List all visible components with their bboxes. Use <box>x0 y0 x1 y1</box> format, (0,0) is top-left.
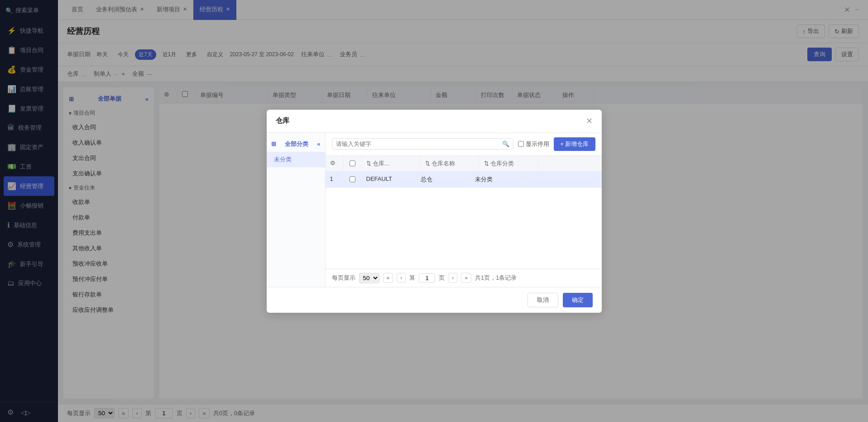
show-disabled-label: 显示停用 <box>526 140 549 148</box>
dialog-next-page-btn[interactable]: › <box>448 273 457 283</box>
modal-overlay: 仓库 ✕ ⊞ 全部分类 « 未分类 🔍 <box>0 0 868 422</box>
dialog-col-settings[interactable]: ⚙ <box>326 156 344 171</box>
dialog-per-page-select[interactable]: 50 <box>359 273 379 283</box>
dialog-title: 仓库 <box>276 116 289 125</box>
dialog-close-button[interactable]: ✕ <box>586 116 593 126</box>
dialog-page-input[interactable] <box>419 273 435 283</box>
dialog-first-page-btn[interactable]: « <box>383 273 393 283</box>
dialog-header: 仓库 ✕ <box>267 110 602 133</box>
dialog-toolbar: 🔍 显示停用 + 新增仓库 <box>326 133 602 156</box>
sort-icon-cat[interactable]: ⇅ <box>484 160 489 167</box>
dialog-col-checkbox[interactable] <box>344 156 362 171</box>
dialog-row-code: DEFAULT <box>362 172 416 187</box>
dialog-table-row[interactable]: 1 DEFAULT 总仓 未分类 <box>326 172 602 188</box>
dialog-col-name: ⇅ 仓库名称 <box>421 156 480 171</box>
cancel-button[interactable]: 取消 <box>528 293 558 307</box>
dialog-search-box: 🔍 <box>332 138 514 150</box>
dialog-col-code: ⇅ 仓库... <box>362 156 421 171</box>
dialog-table-header: ⚙ ⇅ 仓库... ⇅ 仓库名称 ⇅ 仓库分类 <box>326 156 602 172</box>
dialog-body: ⊞ 全部分类 « 未分类 🔍 显示停用 <box>267 133 602 287</box>
dialog-table: ⚙ ⇅ 仓库... ⇅ 仓库名称 ⇅ 仓库分类 <box>326 156 602 269</box>
show-disabled-checkbox[interactable] <box>518 141 524 147</box>
dialog-select-all[interactable] <box>350 160 355 166</box>
dialog-row-name: 总仓 <box>416 172 470 187</box>
add-warehouse-button[interactable]: + 新增仓库 <box>554 137 595 151</box>
dialog-per-page-label: 每页显示 <box>332 274 355 282</box>
dialog-page-label: 算 <box>409 274 415 282</box>
dialog-collapse-icon[interactable]: « <box>317 141 320 147</box>
dialog-row-index: 1 <box>326 172 344 187</box>
dialog-prev-page-btn[interactable]: ‹ <box>397 273 406 283</box>
dialog-sidebar: ⊞ 全部分类 « 未分类 <box>267 133 326 287</box>
sort-icon-code[interactable]: ⇅ <box>366 160 371 167</box>
dialog-sidebar-uncategorized[interactable]: 未分类 <box>267 152 325 167</box>
dialog-last-page-btn[interactable]: » <box>461 273 471 283</box>
settings-icon-2: ⚙ <box>330 160 336 166</box>
dialog-all-category[interactable]: ⊞ 全部分类 « <box>267 136 325 152</box>
dialog-row-checkbox[interactable] <box>344 172 362 187</box>
dialog-page-suffix: 页 <box>439 274 445 282</box>
dialog-actions: 取消 确定 <box>267 287 602 313</box>
confirm-button[interactable]: 确定 <box>563 293 593 307</box>
dialog-search-input[interactable] <box>336 141 500 147</box>
dialog-row-category: 未分类 <box>470 172 525 187</box>
all-category-label: 全部分类 <box>285 140 308 148</box>
dialog-total-label: 共1页，1条记录 <box>475 274 517 282</box>
dialog-search-icon[interactable]: 🔍 <box>502 141 509 147</box>
dialog-row-check-1[interactable] <box>350 176 355 182</box>
grid-icon: ⊞ <box>271 141 276 147</box>
dialog-pagination: 每页显示 50 « ‹ 算 页 › » 共1页，1条记录 <box>326 269 602 287</box>
show-disabled-checkbox-label[interactable]: 显示停用 <box>518 140 549 148</box>
dialog-main: 🔍 显示停用 + 新增仓库 ⚙ <box>326 133 602 287</box>
warehouse-dialog: 仓库 ✕ ⊞ 全部分类 « 未分类 🔍 <box>267 110 602 313</box>
dialog-col-category: ⇅ 仓库分类 <box>480 156 538 171</box>
sort-icon-name[interactable]: ⇅ <box>425 160 430 167</box>
